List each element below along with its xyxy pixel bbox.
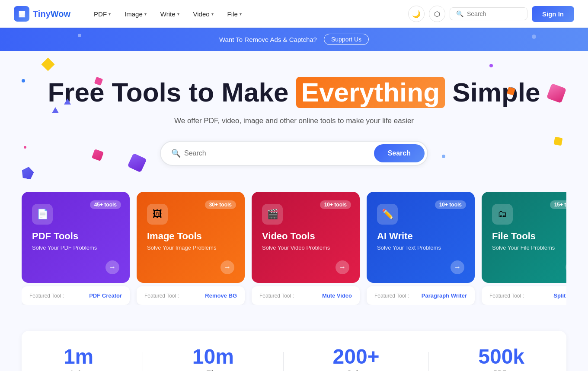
hero-headline: Free Tools to Make Everything Simple bbox=[9, 77, 579, 108]
video-badge: 10+ tools bbox=[320, 200, 351, 209]
tool-card-image[interactable]: 30+ tools 🖼 Image Tools Solve Your Image… bbox=[137, 192, 245, 283]
stat-active-users: 1m Active Users bbox=[64, 346, 93, 371]
hero-search-bar: 🔍 Search bbox=[160, 141, 428, 166]
share-button[interactable]: ⬡ bbox=[429, 6, 445, 22]
pdf-arrow: → bbox=[105, 260, 119, 274]
nav-file[interactable]: File ▾ bbox=[221, 7, 248, 21]
video-featured-tool-link[interactable]: Mute Video bbox=[322, 292, 352, 299]
navbar: ▦ TinyWow PDF ▾ Image ▾ Write ▾ Video ▾ … bbox=[0, 0, 588, 28]
nav-pdf[interactable]: PDF ▾ bbox=[88, 7, 117, 21]
stat-users-label-line1: Active bbox=[70, 369, 87, 371]
hero-search-button[interactable]: Search bbox=[374, 144, 425, 162]
video-featured-label: Featured Tool : bbox=[259, 293, 294, 299]
pdf-title: PDF Tools bbox=[32, 231, 119, 242]
promo-banner: Want To Remove Ads & Captcha? Support Us bbox=[0, 28, 588, 51]
tool-card-pdf[interactable]: 45+ tools 📄 PDF Tools Solve Your PDF Pro… bbox=[22, 192, 130, 283]
hero-subtitle: We offer PDF, video, image and other onl… bbox=[9, 117, 579, 125]
stat-tools-label-line1: Online bbox=[347, 369, 365, 371]
file-featured-label: Featured Tool : bbox=[489, 293, 524, 299]
hero-headline-pre: Free Tools to Make bbox=[48, 77, 288, 107]
nav-links: PDF ▾ Image ▾ Write ▾ Video ▾ File ▾ bbox=[88, 7, 408, 21]
decoration-pink-dot bbox=[24, 146, 26, 149]
stat-users-number: 1m bbox=[64, 346, 93, 367]
stat-tools-label: Online Tools bbox=[333, 369, 380, 371]
image-featured-card: Featured Tool : Remove BG bbox=[137, 286, 245, 305]
tool-card-file[interactable]: 15+ tools 🗂 File Tools Solve Your File P… bbox=[482, 192, 566, 283]
ai-featured-label: Featured Tool : bbox=[374, 293, 409, 299]
chevron-down-icon: ▾ bbox=[109, 12, 111, 16]
decoration-purple-3d bbox=[127, 153, 147, 173]
stat-divider-3 bbox=[428, 352, 429, 371]
video-icon: 🎬 bbox=[262, 204, 283, 225]
image-arrow: → bbox=[220, 260, 234, 274]
video-subtitle: Solve Your Video Problems bbox=[262, 244, 349, 251]
ai-arrow: → bbox=[451, 260, 464, 274]
stat-online-tools: 200+ Online Tools bbox=[333, 346, 380, 371]
image-category-wrapper: 30+ tools 🖼 Image Tools Solve Your Image… bbox=[137, 192, 245, 305]
logo-icon: ▦ bbox=[14, 6, 29, 22]
stat-pdfs-label-line1: PDFs bbox=[493, 369, 510, 371]
chevron-down-icon: ▾ bbox=[144, 12, 147, 16]
banner-text: Want To Remove Ads & Captcha? bbox=[219, 36, 317, 43]
stats-section: 1m Active Users 10m Files Converted 200+… bbox=[22, 331, 566, 371]
nav-search-container: 🔍 bbox=[450, 7, 527, 20]
support-us-button[interactable]: Support Us bbox=[324, 34, 369, 45]
tool-categories-section: 45+ tools 📄 PDF Tools Solve Your PDF Pro… bbox=[0, 183, 588, 318]
stat-divider-1 bbox=[143, 352, 143, 371]
decoration-purple-gem bbox=[21, 166, 35, 180]
decoration-pink-3d-left bbox=[92, 149, 104, 161]
chevron-down-icon: ▾ bbox=[177, 12, 179, 16]
ai-title: AI Write bbox=[377, 231, 464, 242]
decoration-purple-dot bbox=[489, 64, 493, 67]
tool-card-video[interactable]: 10+ tools 🎬 Video Tools Solve Your Video… bbox=[252, 192, 360, 283]
decoration-blue-dot-right bbox=[442, 155, 445, 158]
nav-search-input[interactable] bbox=[467, 10, 521, 17]
nav-write[interactable]: Write ▾ bbox=[154, 7, 185, 21]
logo-text: TinyWow bbox=[33, 9, 70, 19]
image-subtitle: Solve Your Image Problems bbox=[147, 244, 234, 251]
file-category-wrapper: 15+ tools 🗂 File Tools Solve Your File P… bbox=[482, 192, 566, 305]
nav-actions: 🌙 ⬡ 🔍 Sign In bbox=[408, 6, 574, 22]
ai-icon: ✏️ bbox=[377, 204, 398, 225]
stat-users-label: Active Users bbox=[64, 369, 93, 371]
pdf-icon: 📄 bbox=[32, 204, 53, 225]
video-featured-card: Featured Tool : Mute Video bbox=[252, 286, 360, 305]
file-icon: 🗂 bbox=[492, 204, 513, 225]
pdf-subtitle: Solve Your PDF Problems bbox=[32, 244, 119, 251]
file-featured-tool-link[interactable]: Split Excel bbox=[553, 292, 566, 299]
stat-divider-2 bbox=[283, 352, 284, 371]
hero-search-input[interactable] bbox=[184, 149, 374, 157]
decoration-yellow-box bbox=[554, 137, 563, 146]
image-featured-tool-link[interactable]: Remove BG bbox=[205, 292, 237, 299]
file-title: File Tools bbox=[492, 231, 566, 242]
ai-featured-tool-link[interactable]: Paragraph Writer bbox=[422, 292, 467, 299]
file-arrow: → bbox=[566, 260, 566, 274]
hero-headline-post: Simple bbox=[452, 77, 540, 107]
nav-image[interactable]: Image ▾ bbox=[118, 7, 153, 21]
image-featured-label: Featured Tool : bbox=[144, 293, 179, 299]
stat-pdfs-number: 500k bbox=[478, 346, 524, 367]
nav-video[interactable]: Video ▾ bbox=[187, 7, 220, 21]
pdf-featured-card: Featured Tool : PDF Creator bbox=[22, 286, 130, 305]
image-title: Image Tools bbox=[147, 231, 234, 242]
stat-tools-number: 200+ bbox=[333, 346, 380, 367]
ai-category-wrapper: 10+ tools ✏️ AI Write Solve Your Text Pr… bbox=[367, 192, 475, 305]
stat-pdfs-label: PDFs Created bbox=[478, 369, 524, 371]
nav-video-label: Video bbox=[193, 10, 210, 18]
stat-files-label: Files Converted bbox=[192, 369, 234, 371]
stat-files-converted: 10m Files Converted bbox=[192, 346, 234, 371]
ai-featured-card: Featured Tool : Paragraph Writer bbox=[367, 286, 475, 305]
dark-mode-toggle[interactable]: 🌙 bbox=[408, 6, 425, 22]
pdf-featured-label: Featured Tool : bbox=[29, 293, 64, 299]
banner-dot-right bbox=[532, 35, 536, 39]
nav-write-label: Write bbox=[160, 10, 176, 18]
chevron-down-icon: ▾ bbox=[211, 12, 214, 16]
tool-card-ai[interactable]: 10+ tools ✏️ AI Write Solve Your Text Pr… bbox=[367, 192, 475, 283]
tool-cards-scroll: 45+ tools 📄 PDF Tools Solve Your PDF Pro… bbox=[22, 192, 566, 305]
image-icon: 🖼 bbox=[147, 204, 168, 225]
logo[interactable]: ▦ TinyWow bbox=[14, 6, 70, 22]
video-category-wrapper: 10+ tools 🎬 Video Tools Solve Your Video… bbox=[252, 192, 360, 305]
signin-button[interactable]: Sign In bbox=[532, 6, 574, 22]
pdf-featured-tool-link[interactable]: PDF Creator bbox=[89, 292, 122, 299]
logo-tiny: Tiny bbox=[33, 9, 51, 19]
